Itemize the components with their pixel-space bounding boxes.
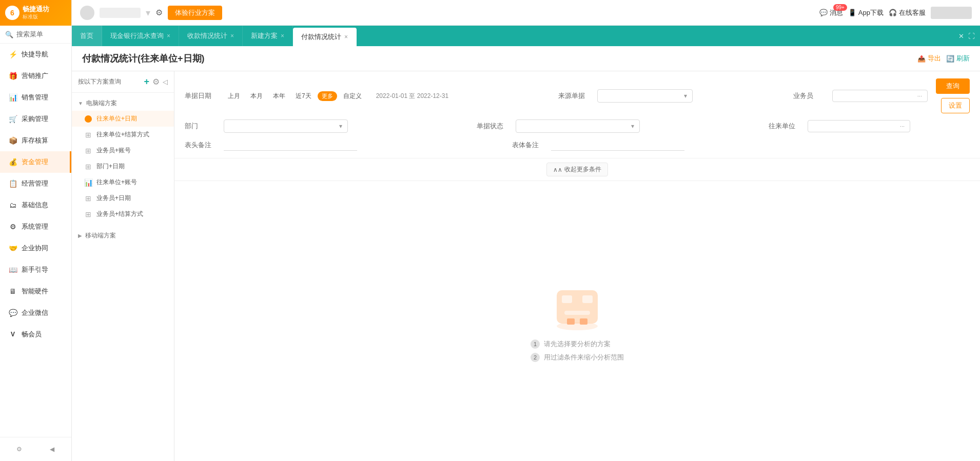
tab-home-label: 首页 bbox=[80, 31, 93, 41]
trial-btn[interactable]: 体验行业方案 bbox=[168, 6, 222, 20]
scheme-item-label: 业务员+结算方式 bbox=[96, 210, 143, 218]
scheme-collapse-btn[interactable]: ◁ bbox=[163, 78, 168, 86]
header-note-input[interactable] bbox=[224, 139, 357, 151]
tab-receipt-stat-label: 收款情况统计 bbox=[187, 31, 227, 41]
settings-btn[interactable]: 设置 bbox=[941, 98, 970, 113]
refresh-icon: 🔄 bbox=[946, 55, 954, 63]
date-btn-7days[interactable]: 近7天 bbox=[291, 90, 316, 102]
sidebar-item-system[interactable]: ⚙系统管理 bbox=[0, 216, 71, 237]
source-select[interactable]: ▾ bbox=[597, 89, 693, 103]
doc-status-select[interactable]: ▾ bbox=[516, 119, 640, 133]
tab-new-scheme[interactable]: 新建方案 × bbox=[243, 26, 293, 46]
staff-select[interactable]: ··· bbox=[832, 90, 928, 102]
scheme-item-staff-settle[interactable]: ⊞ 业务员+结算方式 bbox=[72, 206, 174, 222]
sidebar-item-inventory[interactable]: 📦库存核算 bbox=[0, 130, 71, 151]
close-all-icon[interactable]: ✕ bbox=[958, 32, 964, 40]
search-label: 搜索菜单 bbox=[16, 30, 43, 39]
messages-badge: 99+ bbox=[833, 4, 847, 11]
sidebar-item-label: 采购管理 bbox=[22, 114, 48, 124]
scheme-item-staff-date[interactable]: ⊞ 业务员+日期 bbox=[72, 190, 174, 206]
sidebar-settings-btn[interactable]: ⚙ bbox=[5, 443, 33, 456]
date-btn-this-year[interactable]: 本年 bbox=[269, 90, 289, 102]
online-service-btn[interactable]: 🎧 在线客服 bbox=[889, 8, 926, 17]
svg-rect-4 bbox=[582, 295, 593, 303]
date-btn-custom[interactable]: 自定义 bbox=[339, 90, 366, 102]
sidebar-item-label: 企业微信 bbox=[22, 308, 48, 317]
topbar-settings-icon[interactable]: ⚙ bbox=[155, 8, 163, 17]
scheme-add-btn[interactable]: + bbox=[144, 76, 149, 87]
scheme-item-unit-account[interactable]: 📊 往来单位+账号 bbox=[72, 174, 174, 190]
tab-payment-close[interactable]: × bbox=[344, 33, 348, 41]
query-btn[interactable]: 查询 bbox=[936, 78, 970, 94]
desktop-arrow-icon: ▼ bbox=[78, 101, 83, 106]
date-btn-more[interactable]: 更多 bbox=[318, 91, 337, 101]
scheme-item-staff-account[interactable]: ⊞ 业务员+账号 bbox=[72, 143, 174, 158]
sidebar-item-basic[interactable]: 🗂基础信息 bbox=[0, 194, 71, 216]
scheme-item-label: 往来单位+结算方式 bbox=[96, 130, 149, 139]
purchase-icon: 🛒 bbox=[8, 114, 17, 124]
scheme-header-title: 按以下方案查询 bbox=[78, 77, 121, 86]
sidebar-item-label: 经营管理 bbox=[22, 179, 48, 188]
sidebar-item-vip[interactable]: V畅会员 bbox=[0, 324, 71, 345]
sidebar-item-finance[interactable]: 💰资金管理 bbox=[0, 151, 71, 173]
export-icon: 📤 bbox=[917, 55, 926, 63]
scheme-section-desktop-header[interactable]: ▼ 电脑端方案 bbox=[72, 96, 174, 111]
scheme-item-dept-date[interactable]: ⊞ 部门+日期 bbox=[72, 158, 174, 174]
hint-num-2: 2 bbox=[531, 353, 540, 362]
scheme-section-desktop: ▼ 电脑端方案 往来单位+日期 ⊞ 往来单位+结算方式 bbox=[72, 93, 174, 225]
sidebar-item-label: 畅会员 bbox=[22, 330, 42, 339]
date-btn-last-month[interactable]: 上月 bbox=[224, 90, 244, 102]
tab-new-scheme-close[interactable]: × bbox=[281, 32, 284, 39]
tab-payment-stat[interactable]: 付款情况统计 × bbox=[293, 28, 357, 46]
scheme-item-unit-date[interactable]: 往来单位+日期 bbox=[72, 111, 174, 127]
sidebar-item-hardware[interactable]: 🖥智能硬件 bbox=[0, 280, 71, 302]
export-btn[interactable]: 📤 导出 bbox=[917, 54, 941, 63]
filter-form: 单据日期 上月 本月 本年 近7天 更多 自定义 2022-01-01 至 20… bbox=[174, 71, 980, 158]
scheme-settings-btn[interactable]: ⚙ bbox=[152, 77, 160, 87]
sidebar-item-corp[interactable]: 🤝企业协同 bbox=[0, 237, 71, 259]
partner-select[interactable]: ··· bbox=[808, 120, 910, 132]
empty-illustration bbox=[546, 280, 608, 331]
refresh-btn[interactable]: 🔄 刷新 bbox=[946, 54, 970, 63]
sidebar-item-sales[interactable]: 📊销售管理 bbox=[0, 87, 71, 108]
dept-label: 部门 bbox=[185, 122, 215, 131]
sidebar-footer: ⚙ ◀ bbox=[0, 437, 71, 461]
date-btn-this-month[interactable]: 本月 bbox=[246, 90, 267, 102]
scheme-header: 按以下方案查询 + ⚙ ◁ bbox=[72, 71, 174, 93]
tab-receipt-stat[interactable]: 收款情况统计 × bbox=[179, 26, 243, 46]
unit-date-icon bbox=[84, 115, 92, 123]
sidebar: 6 畅捷通坊 标准版 🔍 搜索菜单 ⚡快捷导航 🎁营销推广 📊销售管理 🛒采购管… bbox=[0, 0, 72, 461]
message-icon: 💬 bbox=[819, 9, 828, 16]
scheme-item-unit-settle[interactable]: ⊞ 往来单位+结算方式 bbox=[72, 127, 174, 143]
app-download-btn[interactable]: 📱 App下载 bbox=[848, 8, 884, 17]
tab-receipt-close[interactable]: × bbox=[230, 32, 234, 39]
scheme-item-label: 业务员+账号 bbox=[96, 146, 131, 155]
scheme-header-btns: + ⚙ ◁ bbox=[144, 76, 168, 87]
tab-bank[interactable]: 现金银行流水查询 × bbox=[102, 26, 179, 46]
sidebar-item-quick-nav[interactable]: ⚡快捷导航 bbox=[0, 44, 71, 65]
sidebar-collapse-btn[interactable]: ◀ bbox=[38, 443, 67, 456]
search-menu[interactable]: 🔍 搜索菜单 bbox=[0, 26, 71, 44]
tab-bank-close[interactable]: × bbox=[167, 32, 170, 39]
tab-home[interactable]: 首页 bbox=[72, 26, 102, 46]
sidebar-item-guide[interactable]: 📖新手引导 bbox=[0, 259, 71, 280]
dropdown-arrow-icon[interactable]: ▾ bbox=[146, 7, 150, 18]
dept-date-icon: ⊞ bbox=[84, 163, 92, 171]
scheme-item-label: 部门+日期 bbox=[96, 162, 125, 171]
sidebar-item-purchase[interactable]: 🛒采购管理 bbox=[0, 108, 71, 130]
messages-btn[interactable]: 💬 消息 99+ bbox=[819, 8, 843, 17]
collapse-more-btn[interactable]: ∧∧ 收起更多条件 bbox=[546, 163, 608, 176]
maximize-icon[interactable]: ⛶ bbox=[968, 32, 975, 40]
unit-settle-icon: ⊞ bbox=[84, 131, 92, 139]
date-range-display: 2022-01-01 至 2022-12-31 bbox=[374, 92, 458, 101]
sidebar-item-marketing[interactable]: 🎁营销推广 bbox=[0, 65, 71, 87]
body-note-input[interactable] bbox=[551, 139, 684, 151]
sidebar-item-wechat[interactable]: 💬企业微信 bbox=[0, 302, 71, 324]
scheme-section-mobile-header[interactable]: ▶ 移动端方案 bbox=[72, 228, 174, 243]
main-layout: 按以下方案查询 + ⚙ ◁ ▼ 电脑端方案 bbox=[72, 71, 980, 461]
filter-row-3: 表头备注 表体备注 bbox=[185, 139, 970, 151]
staff-account-icon: ⊞ bbox=[84, 147, 92, 155]
app-icon: 📱 bbox=[848, 9, 856, 16]
sidebar-item-operation[interactable]: 📋经营管理 bbox=[0, 173, 71, 194]
dept-select[interactable]: ▾ bbox=[224, 119, 348, 133]
